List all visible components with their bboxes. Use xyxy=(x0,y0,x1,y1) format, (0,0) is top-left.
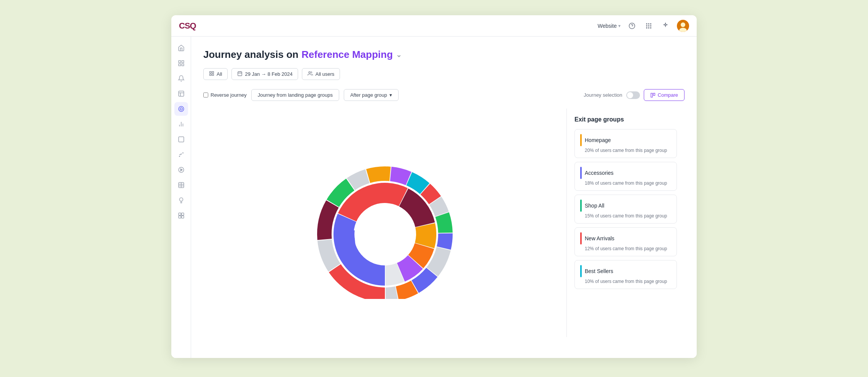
journey-from-label: Journey from landing page groups xyxy=(258,92,333,98)
exit-item-name: New Arrivals xyxy=(585,235,614,241)
svg-rect-5 xyxy=(646,25,647,26)
sidebar-item-journey[interactable] xyxy=(174,102,188,116)
all-label: All xyxy=(217,71,222,77)
controls-row: Reverse journey Journey from landing pag… xyxy=(203,89,685,101)
app-window: CSQ Website ▾ xyxy=(171,15,697,358)
svg-rect-44 xyxy=(212,74,214,75)
exit-item-desc: 12% of users came from this page group xyxy=(585,246,671,251)
svg-rect-9 xyxy=(648,27,649,28)
svg-rect-16 xyxy=(179,64,180,66)
svg-rect-4 xyxy=(650,23,651,24)
svg-rect-41 xyxy=(210,72,211,73)
all-filter-button[interactable]: All xyxy=(203,68,228,80)
date-filter-button[interactable]: 29 Jan → 8 Feb 2024 xyxy=(231,68,298,80)
sidebar-item-scatter[interactable] xyxy=(174,148,188,161)
donut-svg xyxy=(309,147,461,299)
dropdown-icon: ▾ xyxy=(389,92,392,98)
users-filter-button[interactable]: All users xyxy=(302,68,340,80)
journey-selection-label: Journey selection xyxy=(584,92,622,98)
svg-rect-37 xyxy=(179,213,181,215)
svg-rect-51 xyxy=(653,93,655,95)
sidebar-item-page[interactable] xyxy=(174,133,188,146)
svg-rect-38 xyxy=(181,213,183,215)
svg-rect-45 xyxy=(238,72,242,76)
journey-from-button[interactable]: Journey from landing page groups xyxy=(251,89,339,101)
users-label: All users xyxy=(315,71,334,77)
right-panel: Exit page groups Homepage 20% of users c… xyxy=(566,109,685,337)
page-title: Journey analysis on Reference Mapping ⌄ xyxy=(203,49,685,61)
sidebar-item-layout[interactable] xyxy=(174,87,188,101)
users-icon xyxy=(308,71,313,77)
sidebar-item-notifications[interactable] xyxy=(174,72,188,85)
sidebar-item-table[interactable] xyxy=(174,178,188,192)
all-icon xyxy=(209,71,214,77)
sidebar-item-lightbulb[interactable] xyxy=(174,193,188,207)
svg-rect-39 xyxy=(179,216,181,218)
exit-item-name: Accessories xyxy=(585,170,613,176)
svg-rect-3 xyxy=(648,23,649,24)
sidebar xyxy=(171,37,191,358)
sidebar-item-grid2[interactable] xyxy=(174,209,188,222)
svg-point-53 xyxy=(354,204,415,265)
header-right: Website ▾ xyxy=(598,20,689,32)
svg-rect-2 xyxy=(646,23,647,24)
exit-item-desc: 18% of users came from this page group xyxy=(585,181,671,186)
chevron-down-icon: ▾ xyxy=(618,23,621,29)
svg-marker-32 xyxy=(180,169,182,171)
svg-point-49 xyxy=(309,72,311,73)
reverse-journey-checkbox[interactable]: Reverse journey xyxy=(203,92,247,98)
reverse-journey-input[interactable] xyxy=(203,93,208,97)
exit-item-name: Best Sellers xyxy=(585,268,613,274)
sidebar-item-dashboard[interactable] xyxy=(174,56,188,70)
exit-items-container: Homepage 20% of users came from this pag… xyxy=(574,129,677,289)
exit-item-desc: 15% of users came from this page group xyxy=(585,213,671,219)
website-selector[interactable]: Website ▾ xyxy=(598,23,621,29)
after-page-label: After page group xyxy=(350,92,387,98)
svg-rect-26 xyxy=(179,137,184,142)
svg-point-28 xyxy=(180,153,182,155)
journey-selection: Journey selection Compare xyxy=(584,89,685,101)
sidebar-item-play[interactable] xyxy=(174,163,188,177)
sidebar-item-barchart[interactable] xyxy=(174,117,188,131)
after-page-button[interactable]: After page group ▾ xyxy=(344,89,399,101)
exit-item-name: Homepage xyxy=(585,137,611,143)
svg-rect-7 xyxy=(650,25,651,26)
exit-item[interactable]: New Arrivals 12% of users came from this… xyxy=(574,227,677,256)
svg-point-30 xyxy=(179,154,180,155)
exit-item-desc: 20% of users came from this page group xyxy=(585,148,671,153)
svg-point-27 xyxy=(179,156,180,157)
chart-area: Exit page groups Homepage 20% of users c… xyxy=(203,109,685,337)
layout: Journey analysis on Reference Mapping ⌄ … xyxy=(171,37,697,358)
donut-chart xyxy=(203,109,566,337)
sidebar-item-home[interactable] xyxy=(174,41,188,55)
exit-item[interactable]: Homepage 20% of users came from this pag… xyxy=(574,129,677,158)
svg-point-22 xyxy=(180,108,182,110)
exit-item[interactable]: Accessories 18% of users came from this … xyxy=(574,162,677,191)
title-accent: Reference Mapping xyxy=(302,49,393,61)
svg-rect-42 xyxy=(212,72,214,73)
calendar-icon xyxy=(237,71,243,77)
compare-button[interactable]: Compare xyxy=(644,89,685,101)
grid-icon[interactable] xyxy=(643,21,654,31)
journey-selection-toggle[interactable] xyxy=(626,91,640,99)
magic-icon[interactable] xyxy=(660,21,671,31)
avatar[interactable] xyxy=(677,20,689,32)
svg-rect-6 xyxy=(648,25,649,26)
svg-point-21 xyxy=(179,106,184,112)
exit-item[interactable]: Shop All 15% of users came from this pag… xyxy=(574,195,677,224)
exit-item[interactable]: Best Sellers 10% of users came from this… xyxy=(574,260,677,289)
filter-bar: All 29 Jan → 8 Feb 2024 All users xyxy=(203,68,685,80)
svg-point-29 xyxy=(182,152,183,153)
svg-rect-18 xyxy=(179,91,184,96)
main-content: Journey analysis on Reference Mapping ⌄ … xyxy=(191,37,697,358)
help-icon[interactable] xyxy=(627,21,637,31)
chart-segment[interactable] xyxy=(366,166,391,183)
date-label: 29 Jan → 8 Feb 2024 xyxy=(245,71,292,77)
svg-rect-50 xyxy=(651,93,652,97)
website-label: Website xyxy=(598,23,617,29)
title-chevron-icon[interactable]: ⌄ xyxy=(396,51,402,59)
svg-rect-40 xyxy=(181,216,183,218)
svg-point-12 xyxy=(681,22,685,27)
svg-rect-43 xyxy=(210,74,211,75)
exit-item-name: Shop All xyxy=(585,203,604,209)
